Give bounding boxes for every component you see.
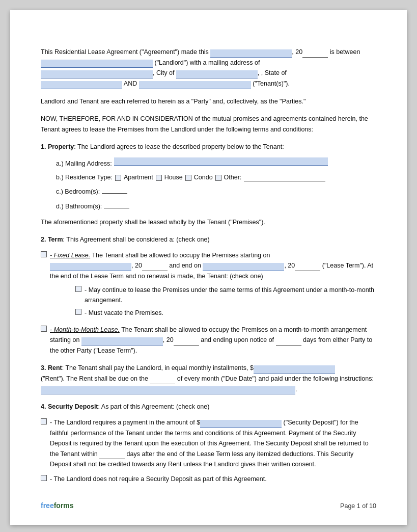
- month-year-field[interactable]: [174, 337, 199, 345]
- month-days-field[interactable]: [276, 337, 301, 345]
- month-to-month-option: - Month-to-Month Lease. The Tenant shall…: [41, 325, 376, 356]
- house-checkbox[interactable]: [156, 175, 162, 181]
- section1: 1. Property: The Landlord agrees to leas…: [41, 142, 376, 227]
- continue-checkbox[interactable]: [75, 286, 81, 292]
- intro-text: This Residential Lease Agreement ("Agree…: [41, 48, 209, 56]
- mailing-address-row: a.) Mailing Address:: [56, 157, 376, 169]
- city-field[interactable]: [176, 70, 258, 78]
- landlord-name-field[interactable]: [41, 60, 153, 68]
- fixed-lease-checkbox[interactable]: [41, 251, 47, 257]
- rent-due-date-field[interactable]: [150, 376, 175, 384]
- vacate-checkbox[interactable]: [75, 309, 81, 315]
- section2: 2. Term: This Agreement shall be conside…: [41, 234, 376, 356]
- fixed-end-field[interactable]: [203, 263, 284, 271]
- intro-section: This Residential Lease Agreement ("Agree…: [41, 47, 376, 89]
- fixed-start-field[interactable]: [50, 263, 131, 271]
- document-page: This Residential Lease Agreement ("Agree…: [10, 10, 407, 525]
- condo-checkbox[interactable]: [185, 175, 191, 181]
- apartment-checkbox[interactable]: [115, 175, 121, 181]
- continue-option: - May continue to lease the Premises und…: [75, 285, 376, 306]
- rent-instructions-field[interactable]: [41, 386, 295, 394]
- section4: 4. Security Deposit: As part of this Agr…: [41, 402, 376, 484]
- security-deposit-option: - The Landlord requires a payment in the…: [41, 417, 376, 470]
- no-security-deposit-option: - The Landlord does not require a Securi…: [41, 474, 376, 485]
- end-of-term-options: - May continue to lease the Premises und…: [50, 285, 376, 318]
- date-field[interactable]: [210, 49, 292, 58]
- property-mailing-field[interactable]: [114, 157, 328, 166]
- residence-type-row: b.) Residence Type: Apartment House Cond…: [56, 172, 376, 183]
- bedroom-field[interactable]: [102, 185, 127, 194]
- rent-amount-field[interactable]: [254, 365, 335, 374]
- month-start-field[interactable]: [81, 337, 163, 345]
- other-type-field[interactable]: [244, 173, 325, 181]
- page-number: Page 1 of 10: [340, 502, 376, 510]
- fixed-end-year-field[interactable]: [295, 263, 320, 271]
- page-footer: freeforms Page 1 of 10: [41, 501, 376, 510]
- bathroom-row: d.) Bathroom(s):: [56, 200, 376, 212]
- tenant-name-field[interactable]: [139, 81, 251, 89]
- bedroom-row: c.) Bedroom(s):: [56, 185, 376, 197]
- fixed-start-year[interactable]: [142, 263, 168, 271]
- brand-free: free: [41, 501, 54, 510]
- brand-logo: freeforms: [41, 501, 74, 510]
- year-field[interactable]: [302, 49, 328, 58]
- bathroom-field[interactable]: [104, 200, 129, 208]
- mailing-address-field[interactable]: [41, 70, 153, 78]
- security-amount-field[interactable]: [200, 420, 282, 428]
- no-security-checkbox[interactable]: [41, 475, 47, 481]
- vacate-option: - Must vacate the Premises.: [75, 308, 376, 318]
- brand-forms: forms: [54, 501, 74, 510]
- state-field[interactable]: [41, 81, 122, 89]
- parties-section: Landlord and Tenant are each referred to…: [41, 96, 376, 107]
- security-deposit-checkbox[interactable]: [41, 418, 47, 424]
- fixed-lease-option: - Fixed Lease. The Tenant shall be allow…: [41, 250, 376, 321]
- security-days-field[interactable]: [99, 451, 125, 459]
- month-lease-checkbox[interactable]: [41, 326, 47, 332]
- other-checkbox[interactable]: [215, 175, 221, 181]
- property-details: a.) Mailing Address: b.) Residence Type:…: [41, 157, 376, 212]
- section3: 3. Rent: The Tenant shall pay the Landlo…: [41, 363, 376, 394]
- premises-text: The aforementioned property shall be lea…: [41, 217, 376, 228]
- consideration-section: NOW, THEREFORE, FOR AND IN CONSIDERATION…: [41, 114, 376, 135]
